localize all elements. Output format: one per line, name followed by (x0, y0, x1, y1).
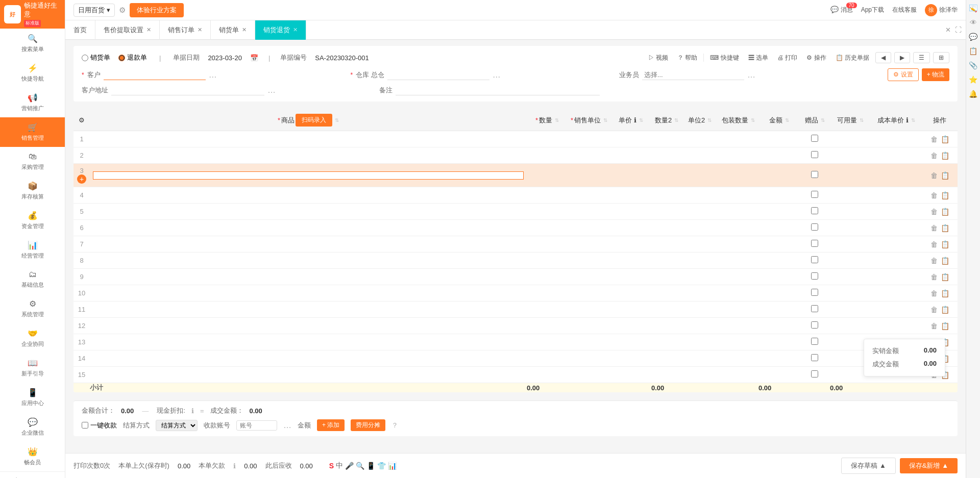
address-picker-icon[interactable]: … (267, 86, 276, 95)
cost-cell[interactable] (871, 131, 922, 147)
avail-cell[interactable] (830, 187, 871, 204)
unit-cell[interactable] (568, 164, 610, 187)
sort-icon[interactable]: ⇅ (335, 117, 339, 123)
qty-cell[interactable] (527, 334, 568, 350)
help-button[interactable]: ？ 帮助 (674, 53, 700, 63)
avail-cell[interactable] (830, 285, 871, 301)
gift-cell[interactable] (799, 301, 830, 318)
price-cell[interactable] (610, 367, 651, 383)
sidebar-item-finance[interactable]: 💰 资金管理 (0, 206, 65, 235)
avail-cell[interactable] (830, 318, 871, 334)
pack-cell[interactable] (718, 301, 758, 318)
unit2-cell[interactable] (682, 367, 718, 383)
product-cell[interactable] (90, 367, 527, 383)
product-cell[interactable]: + (90, 164, 527, 187)
unit2-cell[interactable] (682, 187, 718, 204)
gift-checkbox[interactable] (811, 305, 818, 312)
account-picker-icon[interactable]: … (283, 421, 291, 430)
gear-icon[interactable]: ⚙ (119, 6, 126, 15)
gift-checkbox[interactable] (811, 272, 818, 280)
qty2-cell[interactable] (651, 285, 682, 301)
delete-icon[interactable]: 🗑 (930, 224, 938, 232)
message-button[interactable]: 💬 70 消息 (830, 6, 853, 14)
product-cell[interactable] (90, 220, 527, 236)
product-cell[interactable] (90, 187, 527, 204)
gift-checkbox[interactable] (811, 321, 818, 329)
unit-cell[interactable] (568, 269, 610, 285)
pack-cell[interactable] (718, 131, 758, 147)
fee-split-button[interactable]: 费用分摊 (351, 419, 385, 431)
unit2-cell[interactable] (682, 301, 718, 318)
save-new-button[interactable]: 保存&新增 ▲ (900, 458, 958, 473)
user-info[interactable]: 徐 徐泽华 (925, 4, 958, 16)
gift-cell[interactable] (799, 334, 830, 350)
qty2-cell[interactable] (651, 253, 682, 269)
sort-icon[interactable]: ⇅ (674, 117, 678, 123)
unit2-cell[interactable] (682, 285, 718, 301)
shortcut-button[interactable]: ⌨ 快捷键 (707, 53, 742, 63)
sidebar-item-operations[interactable]: 📊 经营管理 (0, 235, 65, 265)
delete-icon[interactable]: 🗑 (930, 289, 938, 297)
copy-icon[interactable]: 📋 (941, 135, 949, 143)
qty2-cell[interactable] (651, 187, 682, 204)
qty2-cell[interactable] (651, 204, 682, 220)
cost-cell[interactable] (871, 236, 922, 253)
cost-cell[interactable] (871, 253, 922, 269)
amount-cell[interactable] (758, 367, 799, 383)
product-cell[interactable] (90, 350, 527, 367)
avail-cell[interactable] (830, 204, 871, 220)
amount-cell[interactable] (758, 334, 799, 350)
qty-cell[interactable] (527, 147, 568, 164)
unit2-cell[interactable] (682, 164, 718, 187)
delete-icon[interactable]: 🗑 (930, 135, 938, 143)
maximize-icon[interactable]: ⛶ (955, 26, 962, 34)
price-cell[interactable] (610, 253, 651, 269)
price-cell[interactable] (610, 236, 651, 253)
amount-cell[interactable] (758, 204, 799, 220)
product-cell[interactable] (90, 334, 527, 350)
customer-picker-icon[interactable]: … (209, 70, 217, 80)
sidebar-item-basic[interactable]: 🗂 基础信息 (0, 265, 65, 294)
customer-input[interactable] (104, 70, 206, 80)
gift-cell[interactable] (799, 367, 830, 383)
gift-checkbox[interactable] (811, 223, 818, 231)
amount-cell[interactable] (758, 220, 799, 236)
sort-icon[interactable]: ⇅ (751, 117, 755, 123)
qty-cell[interactable] (527, 131, 568, 147)
copy-icon[interactable]: 📋 (941, 273, 949, 281)
delete-icon[interactable]: 🗑 (930, 191, 938, 199)
qty-cell[interactable] (527, 350, 568, 367)
sidebar-item-collab[interactable]: 🤝 企业协同 (0, 323, 65, 353)
sidebar-item-apps[interactable]: 📱 应用中心 (0, 383, 65, 412)
product-cell[interactable] (90, 147, 527, 164)
delete-icon[interactable]: 🗑 (930, 171, 938, 180)
sidebar-item-sales[interactable]: 🛒 销售管理 (0, 117, 65, 147)
unit-cell[interactable] (568, 253, 610, 269)
qty2-cell[interactable] (651, 301, 682, 318)
note-input[interactable] (396, 85, 600, 95)
avail-cell[interactable] (830, 147, 871, 164)
pack-cell[interactable] (718, 367, 758, 383)
app-download-link[interactable]: App下载 (861, 6, 884, 14)
tab-sales[interactable]: 销货单 ✕ (211, 20, 255, 40)
cost-cell[interactable] (871, 318, 922, 334)
radio-return[interactable]: 退款单 (118, 53, 147, 62)
amount-cell[interactable] (758, 236, 799, 253)
avail-cell[interactable] (830, 253, 871, 269)
settings-icon[interactable]: ⚙ (13, 476, 20, 478)
unit-cell[interactable] (568, 147, 610, 164)
qty-cell[interactable] (527, 204, 568, 220)
gift-cell[interactable] (799, 204, 830, 220)
close-icon[interactable]: ✕ (146, 27, 151, 33)
gift-checkbox[interactable] (811, 338, 818, 345)
right-icon-7[interactable]: 🔔 (969, 90, 977, 98)
amount-cell[interactable] (758, 285, 799, 301)
copy-icon[interactable]: 📋 (941, 224, 949, 232)
sort-icon[interactable]: ⇅ (785, 117, 789, 123)
qty2-cell[interactable] (651, 367, 682, 383)
gift-cell[interactable] (799, 220, 830, 236)
avail-cell[interactable] (830, 164, 871, 187)
add-button[interactable]: + 添加 (317, 419, 345, 431)
amount-cell[interactable] (758, 253, 799, 269)
cost-cell[interactable] (871, 164, 922, 187)
